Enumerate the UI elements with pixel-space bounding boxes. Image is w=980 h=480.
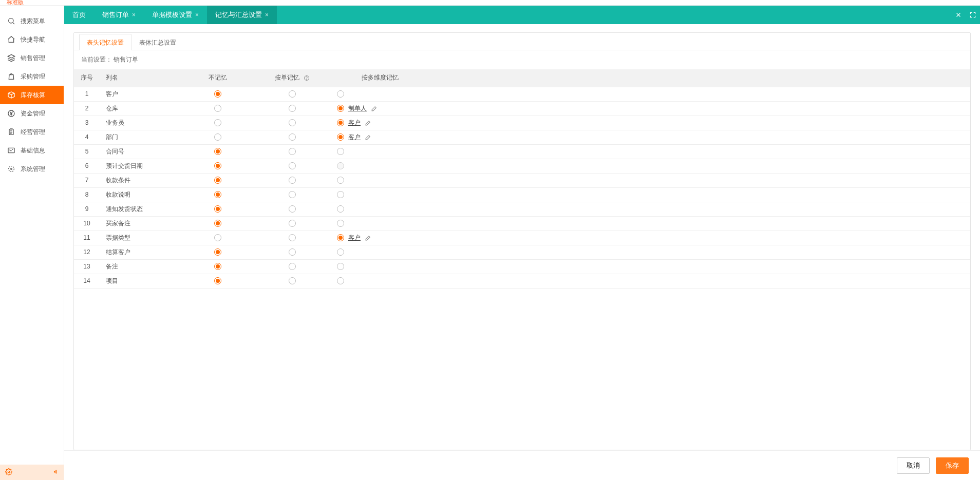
radio-by-doc[interactable] <box>289 205 296 213</box>
edit-icon[interactable] <box>371 105 378 112</box>
radio-by-dim[interactable] <box>337 191 344 198</box>
cell-index: 5 <box>74 144 100 159</box>
svg-point-3 <box>306 79 307 80</box>
radio-by-doc[interactable] <box>289 90 296 98</box>
edit-icon[interactable] <box>365 134 371 141</box>
sidebar-item-6[interactable]: 经营管理 <box>0 123 64 141</box>
radio-no-memory[interactable] <box>214 277 221 284</box>
radio-no-memory[interactable] <box>214 162 221 169</box>
table-row: 2仓库制单人 <box>74 101 970 116</box>
home-icon <box>7 35 15 44</box>
cell-index: 9 <box>74 202 100 216</box>
th-by-dim: 按多维度记忆 <box>331 69 970 87</box>
radio-by-dim[interactable] <box>337 205 344 213</box>
inner-tab-1[interactable]: 表体汇总设置 <box>131 34 184 50</box>
sidebar-item-label: 资金管理 <box>21 109 45 118</box>
save-button[interactable]: 保存 <box>936 457 969 474</box>
dim-link[interactable]: 客户 <box>348 234 361 242</box>
cell-colname: 通知发货状态 <box>100 202 182 216</box>
radio-no-memory[interactable] <box>214 133 221 141</box>
radio-by-doc[interactable] <box>289 220 296 227</box>
radio-by-dim[interactable] <box>337 277 344 284</box>
cell-colname: 票据类型 <box>100 231 182 245</box>
inner-tab-0[interactable]: 表头记忆设置 <box>79 34 131 50</box>
radio-no-memory[interactable] <box>214 90 221 98</box>
radio-by-doc[interactable] <box>289 133 296 141</box>
th-by-doc: 按单记忆 <box>254 69 331 87</box>
table-row: 13备注 <box>74 259 970 274</box>
radio-by-dim[interactable] <box>337 234 344 241</box>
tab-2[interactable]: 单据模板设置× <box>144 6 207 24</box>
tab-3[interactable]: 记忆与汇总设置× <box>207 6 277 24</box>
sidebar-item-3[interactable]: 采购管理 <box>0 67 64 86</box>
settings-icon[interactable] <box>5 468 12 477</box>
radio-by-dim[interactable] <box>337 148 344 155</box>
sidebar-item-label: 库存核算 <box>21 91 45 100</box>
radio-no-memory[interactable] <box>214 148 221 155</box>
radio-by-dim[interactable] <box>337 90 344 98</box>
radio-by-dim[interactable] <box>337 263 344 270</box>
radio-by-dim[interactable] <box>337 248 344 256</box>
fullscreen-button[interactable] <box>966 6 980 24</box>
close-icon[interactable]: × <box>195 11 199 18</box>
tab-1[interactable]: 销售订单× <box>94 6 144 24</box>
help-icon[interactable] <box>304 75 310 81</box>
radio-no-memory[interactable] <box>214 191 221 198</box>
sidebar-item-4[interactable]: 库存核算 <box>0 86 64 104</box>
radio-no-memory[interactable] <box>214 105 221 112</box>
radio-no-memory[interactable] <box>214 119 221 126</box>
tab-0[interactable]: 首页 <box>64 6 94 24</box>
cell-colname: 项目 <box>100 274 182 288</box>
edit-icon[interactable] <box>365 235 371 241</box>
radio-by-dim[interactable] <box>337 220 344 227</box>
sidebar-item-label: 经营管理 <box>21 128 45 137</box>
close-icon[interactable]: × <box>265 11 269 18</box>
radio-by-doc[interactable] <box>289 191 296 198</box>
tabs-bar: 首页销售订单×单据模板设置×记忆与汇总设置× <box>64 6 980 24</box>
cancel-button[interactable]: 取消 <box>897 457 930 474</box>
yen-icon <box>7 109 15 118</box>
dim-link[interactable]: 制单人 <box>348 104 367 113</box>
sidebar-item-2[interactable]: 销售管理 <box>0 49 64 67</box>
close-all-tabs-button[interactable] <box>951 6 966 24</box>
radio-no-memory[interactable] <box>214 177 221 184</box>
sidebar-item-label: 系统管理 <box>21 165 45 174</box>
radio-no-memory[interactable] <box>214 234 221 241</box>
box-icon <box>7 91 15 99</box>
radio-by-dim[interactable] <box>337 177 344 184</box>
cell-colname: 业务员 <box>100 116 182 130</box>
sidebar-item-5[interactable]: 资金管理 <box>0 104 64 123</box>
radio-by-dim[interactable] <box>337 133 344 141</box>
close-icon[interactable]: × <box>132 11 136 18</box>
radio-by-doc[interactable] <box>289 234 296 241</box>
radio-by-doc[interactable] <box>289 277 296 284</box>
sidebar-item-label: 搜索菜单 <box>21 17 45 26</box>
radio-by-doc[interactable] <box>289 105 296 112</box>
table-row: 8收款说明 <box>74 187 970 202</box>
cell-colname: 收款条件 <box>100 173 182 187</box>
collapse-icon[interactable] <box>51 468 59 477</box>
radio-by-doc[interactable] <box>289 263 296 270</box>
th-colname: 列名 <box>100 69 182 87</box>
radio-no-memory[interactable] <box>214 248 221 256</box>
sidebar-item-1[interactable]: 快捷导航 <box>0 30 64 49</box>
sidebar-item-8[interactable]: 系统管理 <box>0 160 64 178</box>
cell-index: 3 <box>74 116 100 130</box>
radio-no-memory[interactable] <box>214 220 221 227</box>
sidebar-item-7[interactable]: 基础信息 <box>0 141 64 160</box>
radio-no-memory[interactable] <box>214 263 221 270</box>
radio-by-doc[interactable] <box>289 177 296 184</box>
cell-colname: 仓库 <box>100 101 182 116</box>
edit-icon[interactable] <box>365 120 371 126</box>
radio-by-doc[interactable] <box>289 162 296 169</box>
radio-by-doc[interactable] <box>289 119 296 126</box>
radio-by-doc[interactable] <box>289 248 296 256</box>
dim-link[interactable]: 客户 <box>348 133 361 142</box>
radio-no-memory[interactable] <box>214 205 221 213</box>
cell-index: 12 <box>74 245 100 259</box>
radio-by-dim[interactable] <box>337 119 344 126</box>
radio-by-doc[interactable] <box>289 148 296 155</box>
radio-by-dim[interactable] <box>337 105 344 112</box>
sidebar-item-0[interactable]: 搜索菜单 <box>0 12 64 30</box>
dim-link[interactable]: 客户 <box>348 119 361 127</box>
